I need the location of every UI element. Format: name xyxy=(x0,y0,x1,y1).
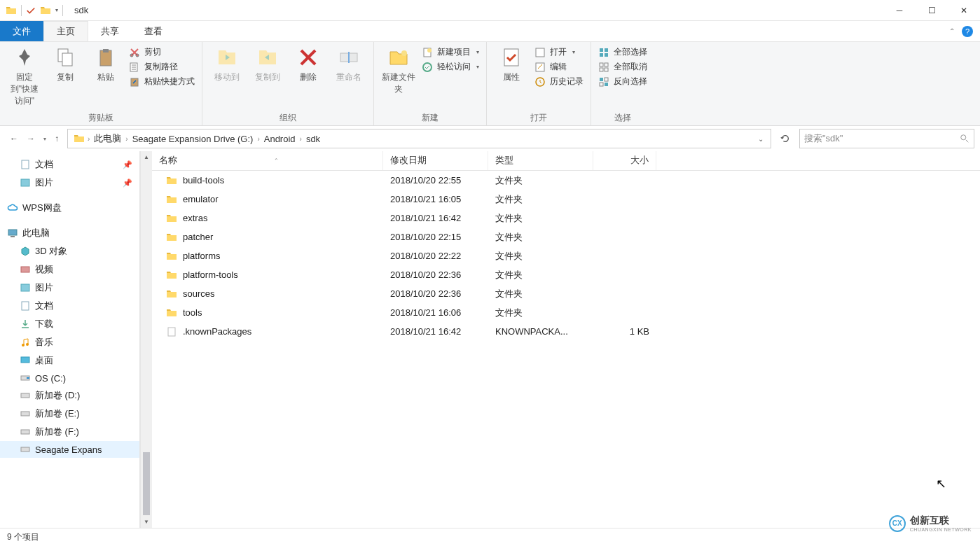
file-name: extras xyxy=(183,213,207,223)
edit-button[interactable]: 编辑 xyxy=(534,61,584,73)
move-to-button[interactable]: 移动到 xyxy=(209,46,244,83)
search-input[interactable]: 搜索"sdk" xyxy=(799,129,974,148)
nav-item-documents2[interactable]: 文档 xyxy=(0,297,139,315)
breadcrumb[interactable]: › 此电脑 › Seagate Expansion Drive (G:) › A… xyxy=(67,129,771,148)
svg-point-9 xyxy=(401,50,407,56)
history-button[interactable]: 历史记录 xyxy=(534,76,584,88)
tab-share[interactable]: 共享 xyxy=(88,21,132,41)
scroll-down-icon[interactable]: ▼ xyxy=(141,516,152,528)
nav-item-drive-c[interactable]: OS (C:) xyxy=(0,370,139,386)
scroll-up-icon[interactable]: ▲ xyxy=(141,151,152,163)
open-icon xyxy=(534,47,546,58)
nav-item-drive-seagate[interactable]: Seagate Expans xyxy=(0,441,139,458)
desktop-icon xyxy=(20,355,31,366)
nav-item-videos[interactable]: 视频 xyxy=(0,260,139,279)
checkmark-icon[interactable] xyxy=(26,6,36,15)
maximize-button[interactable]: ☐ xyxy=(916,0,948,21)
invert-selection-button[interactable]: 反向选择 xyxy=(598,76,647,88)
nav-item-downloads[interactable]: 下载 xyxy=(0,315,139,333)
nav-item-pictures[interactable]: 图片📌 xyxy=(0,174,139,192)
svg-rect-39 xyxy=(21,357,29,363)
copy-to-button[interactable]: 复制到 xyxy=(250,46,285,83)
nav-item-drive-e[interactable]: 新加卷 (E:) xyxy=(0,405,139,423)
minimize-button[interactable]: ─ xyxy=(883,0,916,21)
pin-to-quick-access-button[interactable]: 固定到"快速访问" xyxy=(7,46,42,107)
col-header-type[interactable]: 类型 xyxy=(488,151,593,170)
nav-item-3d-objects[interactable]: 3D 对象 xyxy=(0,242,139,260)
nav-up-button[interactable]: ↑ xyxy=(55,134,59,144)
file-name: .knownPackages xyxy=(183,326,251,337)
cut-button[interactable]: 剪切 xyxy=(129,46,195,58)
file-row[interactable]: sources 2018/10/20 22:36 文件夹 xyxy=(152,284,980,303)
breadcrumb-item[interactable]: sdk xyxy=(302,134,324,144)
file-name: sources xyxy=(183,288,215,299)
select-all-button[interactable]: 全部选择 xyxy=(598,46,647,58)
tab-view[interactable]: 查看 xyxy=(132,21,175,41)
group-select: 全部选择 全部取消 反向选择 选择 xyxy=(591,42,654,125)
nav-forward-button[interactable]: → xyxy=(27,134,35,144)
delete-button[interactable]: 删除 xyxy=(291,46,326,83)
rename-button[interactable]: 重命名 xyxy=(331,46,366,83)
file-row[interactable]: build-tools 2018/10/20 22:55 文件夹 xyxy=(152,171,980,190)
svg-rect-22 xyxy=(605,63,608,66)
breadcrumb-item[interactable]: Android xyxy=(260,134,300,144)
help-button[interactable]: ? xyxy=(962,26,973,37)
tab-file[interactable]: 文件 xyxy=(0,21,43,41)
col-header-size[interactable]: 大小 xyxy=(593,151,656,170)
qat-dropdown-icon[interactable]: ▾ xyxy=(55,7,58,13)
col-header-date[interactable]: 修改日期 xyxy=(383,151,488,170)
new-folder-button[interactable]: 新建文件夹 xyxy=(381,46,416,95)
copy-button[interactable]: 复制 xyxy=(48,46,83,83)
file-row[interactable]: platform-tools 2018/10/20 22:36 文件夹 xyxy=(152,265,980,284)
close-button[interactable]: ✕ xyxy=(948,0,980,21)
easy-access-button[interactable]: 轻松访问▾ xyxy=(422,61,479,73)
svg-rect-46 xyxy=(168,328,175,336)
breadcrumb-item[interactable]: 此电脑 xyxy=(90,132,125,145)
nav-scrollbar[interactable]: ▲ ▼ xyxy=(140,151,152,528)
new-folder-icon xyxy=(387,46,410,69)
paste-shortcut-button[interactable]: 粘贴快捷方式 xyxy=(129,76,195,88)
file-row[interactable]: platforms 2018/10/20 22:22 文件夹 xyxy=(152,246,980,265)
nav-back-button[interactable]: ← xyxy=(10,134,18,144)
file-size: 1 KB xyxy=(593,326,656,337)
new-item-button[interactable]: 新建项目▾ xyxy=(422,46,479,58)
navigation-pane[interactable]: 文档📌 图片📌 WPS网盘 此电脑 3D 对象 视频 图片 文档 下载 音乐 桌… xyxy=(0,151,140,528)
file-row[interactable]: emulator 2018/10/21 16:05 文件夹 xyxy=(152,190,980,209)
refresh-icon xyxy=(780,134,790,144)
address-dropdown-icon[interactable]: ⌄ xyxy=(754,135,768,143)
file-row[interactable]: tools 2018/10/21 16:06 文件夹 xyxy=(152,303,980,322)
nav-item-desktop[interactable]: 桌面 xyxy=(0,351,139,370)
ribbon: 固定到"快速访问" 复制 粘贴 剪切 复制路径 粘贴快捷方式 剪贴板 移动到 复… xyxy=(0,42,980,126)
ribbon-tabs: 文件 主页 共享 查看 ⌃ ? xyxy=(0,21,980,42)
nav-item-pictures2[interactable]: 图片 xyxy=(0,279,139,297)
copy-path-button[interactable]: 复制路径 xyxy=(129,61,195,73)
refresh-button[interactable] xyxy=(775,129,795,148)
scroll-thumb[interactable] xyxy=(143,452,150,515)
nav-item-drive-d[interactable]: 新加卷 (D:) xyxy=(0,386,139,405)
nav-item-wps[interactable]: WPS网盘 xyxy=(0,199,139,217)
file-row[interactable]: patcher 2018/10/20 22:15 文件夹 xyxy=(152,227,980,246)
file-list[interactable]: 名称⌃ 修改日期 类型 大小 build-tools 2018/10/20 22… xyxy=(152,151,980,528)
rename-icon xyxy=(338,46,360,69)
svg-point-29 xyxy=(961,135,966,140)
ribbon-collapse-icon[interactable]: ⌃ xyxy=(949,27,955,35)
nav-item-documents[interactable]: 文档📌 xyxy=(0,155,139,174)
open-button[interactable]: 打开▾ xyxy=(534,46,584,58)
nav-item-music[interactable]: 音乐 xyxy=(0,333,139,351)
select-none-button[interactable]: 全部取消 xyxy=(598,61,647,73)
app-folder-icon xyxy=(40,5,51,16)
nav-item-this-pc[interactable]: 此电脑 xyxy=(0,224,139,242)
folder-icon xyxy=(166,307,177,318)
paste-button[interactable]: 粘贴 xyxy=(88,46,123,83)
file-icon xyxy=(166,326,177,337)
content: 文档📌 图片📌 WPS网盘 此电脑 3D 对象 视频 图片 文档 下载 音乐 桌… xyxy=(0,151,980,528)
nav-history-dropdown[interactable]: ▾ xyxy=(43,136,46,142)
file-row[interactable]: .knownPackages 2018/10/21 16:42 KNOWNPAC… xyxy=(152,322,980,341)
file-row[interactable]: extras 2018/10/21 16:42 文件夹 xyxy=(152,209,980,227)
breadcrumb-item[interactable]: Seagate Expansion Drive (G:) xyxy=(128,134,258,144)
properties-button[interactable]: 属性 xyxy=(494,46,529,83)
tab-home[interactable]: 主页 xyxy=(43,21,88,41)
col-header-name[interactable]: 名称⌃ xyxy=(152,151,383,170)
nav-item-drive-f[interactable]: 新加卷 (F:) xyxy=(0,423,139,441)
svg-rect-20 xyxy=(605,53,608,57)
